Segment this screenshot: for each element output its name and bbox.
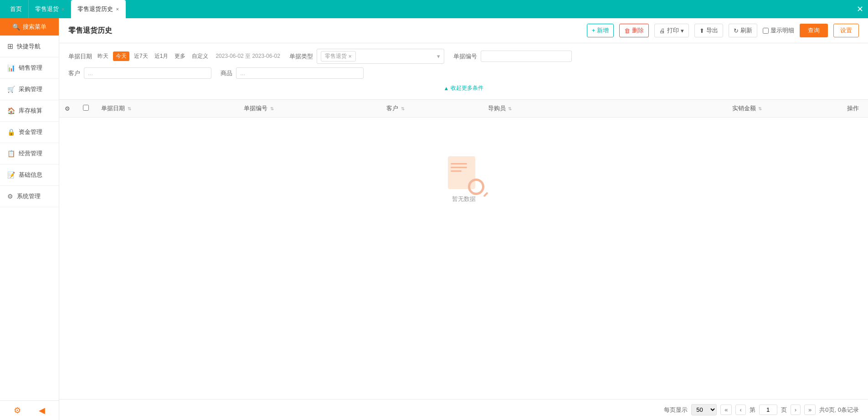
quick-nav-icon: ⊞: [7, 42, 13, 51]
header-actions: + 新增 🗑 删除 🖨 打印 ▾ ⬆ 导出 ↻ 刷新: [587, 24, 859, 37]
top-bar: 首页 零售退货 × 零售退货历史 × ✕: [0, 0, 868, 18]
sidebar-item-finance-mgmt[interactable]: 🔒 资金管理: [0, 122, 59, 143]
col-doc-date-sort-icon: ⇅: [128, 106, 131, 111]
col-settings[interactable]: ⚙: [59, 100, 77, 118]
settings-gear-icon[interactable]: ⚙: [14, 405, 21, 415]
doc-line-3: [451, 170, 462, 172]
purchase-icon: 🛒: [7, 86, 15, 93]
doc-line-2: [451, 167, 467, 168]
next-page-button[interactable]: ›: [791, 405, 801, 415]
doc-type-input[interactable]: 零售退货 × ▾: [317, 49, 444, 64]
sidebar-collapse-icon[interactable]: ◀: [39, 405, 45, 415]
show-detail-label[interactable]: 显示明细: [763, 26, 794, 35]
date-range-display: 2023-06-02 至 2023-06-02: [216, 52, 280, 60]
date-btn-custom[interactable]: 自定义: [190, 51, 210, 61]
sidebar-item-label: 销售管理: [19, 64, 42, 72]
doc-type-tag: 零售退货 ×: [321, 51, 356, 61]
sidebar: 🔍 搜索菜单 ⊞ 快捷导航 📊 销售管理 🛒 采购管理 🏠 库存核算 🔒 资金管…: [0, 18, 59, 420]
filter-row-2: 客户 ... 商品 ...: [68, 67, 859, 79]
date-btn-yesterday[interactable]: 昨天: [96, 51, 110, 61]
settings-button[interactable]: 设置: [833, 24, 859, 37]
tab-history-close[interactable]: ×: [116, 6, 118, 12]
date-btn-1month[interactable]: 近1月: [153, 51, 170, 61]
customer-placeholder: ...: [88, 70, 93, 77]
query-button[interactable]: 查询: [800, 24, 828, 37]
collapse-up-icon: ▲: [444, 85, 449, 92]
page-label: 第: [750, 406, 755, 414]
sidebar-item-purchase-mgmt[interactable]: 🛒 采购管理: [0, 79, 59, 100]
empty-illustration: [443, 154, 484, 195]
col-actual-amount[interactable]: 实销金额 ⇅: [604, 100, 776, 118]
tag-close-icon[interactable]: ×: [349, 53, 352, 60]
delete-button[interactable]: 🗑 删除: [619, 24, 649, 37]
sidebar-item-sales-mgmt[interactable]: 📊 销售管理: [0, 57, 59, 79]
per-page-select[interactable]: 50 10 20 100: [691, 404, 717, 415]
empty-state: 暂无数据: [59, 118, 868, 240]
col-guide-label: 导购员: [488, 105, 506, 112]
first-page-button[interactable]: «: [720, 405, 732, 415]
doc-line-1: [451, 163, 467, 164]
refresh-button[interactable]: ↻ 刷新: [729, 24, 757, 37]
page-unit: 页: [781, 406, 787, 414]
tab-return-close[interactable]: ×: [62, 6, 64, 12]
date-filter-options: 昨天 今天 近7天 近1月 更多 自定义: [96, 51, 210, 61]
filter-doc-no: 单据编号: [453, 51, 572, 62]
sidebar-item-label: 采购管理: [19, 85, 42, 93]
sidebar-search[interactable]: 🔍 搜索菜单: [0, 18, 59, 36]
goods-input[interactable]: ...: [236, 67, 364, 79]
table-container: ⚙ 单据日期 ⇅ 单据编号 ⇅: [59, 100, 868, 399]
col-actual-amount-sort-icon: ⇅: [758, 106, 762, 111]
window-close-button[interactable]: ✕: [857, 4, 863, 14]
sidebar-item-sys-mgmt[interactable]: ⚙ 系统管理: [0, 186, 59, 207]
sidebar-item-quick-nav[interactable]: ⊞ 快捷导航: [0, 36, 59, 57]
filter-doc-type: 单据类型 零售退货 × ▾: [289, 49, 444, 64]
col-customer[interactable]: 客户 ⇅: [381, 100, 482, 118]
content-area: 零售退货历史 + 新增 🗑 删除 🖨 打印 ▾ ⬆ 导出 ↻: [59, 18, 868, 420]
data-table: ⚙ 单据日期 ⇅ 单据编号 ⇅: [59, 100, 868, 240]
col-customer-label: 客户: [386, 105, 398, 112]
export-button[interactable]: ⬆ 导出: [694, 24, 723, 37]
tab-return[interactable]: 零售退货 ×: [29, 0, 71, 18]
sidebar-search-label: 搜索菜单: [23, 23, 46, 31]
last-page-button[interactable]: »: [804, 405, 816, 415]
sidebar-item-label: 快捷导航: [17, 42, 41, 51]
prev-page-button[interactable]: ‹: [735, 405, 745, 415]
total-records: 共0页, 0条记录: [819, 406, 859, 414]
ops-icon: 📋: [7, 150, 15, 157]
tab-history[interactable]: 零售退货历史 ×: [71, 0, 125, 18]
col-doc-no[interactable]: 单据编号 ⇅: [238, 100, 381, 118]
page-input[interactable]: [759, 405, 777, 415]
goods-label: 商品: [221, 69, 232, 77]
col-guide-sort-icon: ⇅: [508, 106, 512, 111]
date-btn-more[interactable]: 更多: [173, 51, 187, 61]
new-button[interactable]: + 新增: [587, 24, 614, 37]
collapse-button[interactable]: ▲ 收起更多条件: [68, 82, 859, 94]
print-icon: 🖨: [659, 27, 665, 34]
col-check[interactable]: [77, 100, 96, 118]
doc-no-input[interactable]: [481, 51, 572, 62]
base-icon: 📝: [7, 171, 15, 179]
filter-date: 单据日期 昨天 今天 近7天 近1月 更多 自定义 2023-06-02 至 2…: [68, 51, 280, 61]
finance-icon: 🔒: [7, 128, 15, 136]
col-settings-icon: ⚙: [65, 105, 70, 112]
sidebar-item-stock-calc[interactable]: 🏠 库存核算: [0, 100, 59, 122]
filter-customer: 客户 ...: [68, 67, 211, 79]
select-all-checkbox[interactable]: [83, 105, 89, 111]
sidebar-item-ops-mgmt[interactable]: 📋 经营管理: [0, 143, 59, 164]
tab-history-label: 零售退货历史: [77, 5, 113, 13]
main-layout: 🔍 搜索菜单 ⊞ 快捷导航 📊 销售管理 🛒 采购管理 🏠 库存核算 🔒 资金管…: [0, 18, 868, 420]
date-btn-today[interactable]: 今天: [113, 51, 129, 61]
col-doc-date[interactable]: 单据日期 ⇅: [96, 100, 238, 118]
search-icon: 🔍: [12, 23, 20, 31]
sales-icon: 📊: [7, 64, 15, 72]
col-guide[interactable]: 导购员 ⇅: [483, 100, 605, 118]
page-header: 零售退货历史 + 新增 🗑 删除 🖨 打印 ▾ ⬆ 导出 ↻: [59, 18, 868, 43]
print-button[interactable]: 🖨 打印 ▾: [654, 24, 689, 37]
sidebar-item-base-info[interactable]: 📝 基础信息: [0, 164, 59, 186]
date-btn-7days[interactable]: 近7天: [132, 51, 150, 61]
customer-input[interactable]: ...: [84, 67, 211, 79]
col-doc-date-label: 单据日期: [101, 105, 125, 112]
tab-home[interactable]: 首页: [4, 0, 29, 18]
show-detail-checkbox[interactable]: [763, 28, 769, 34]
sidebar-item-label: 基础信息: [19, 171, 42, 179]
